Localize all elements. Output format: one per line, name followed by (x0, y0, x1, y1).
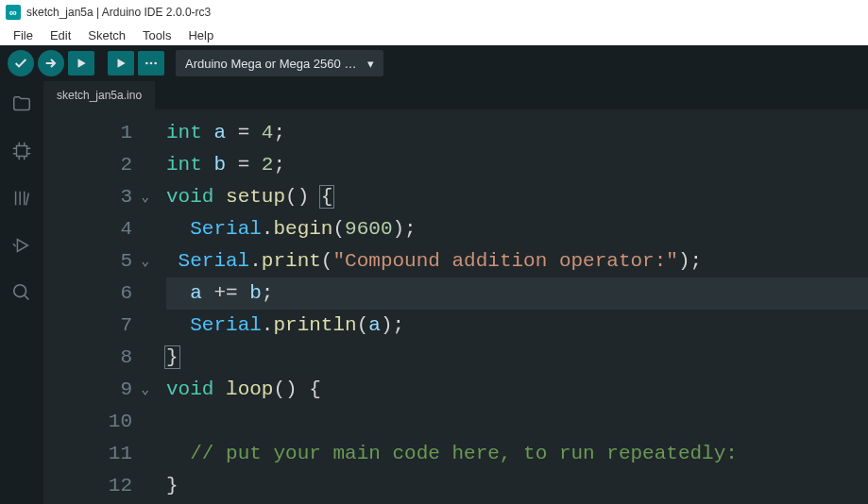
upload-button[interactable] (38, 50, 64, 76)
code-line[interactable]: Serial.println(a); (166, 310, 868, 342)
svg-line-21 (25, 295, 29, 300)
line-number: 7 (43, 310, 149, 342)
svg-marker-2 (118, 59, 126, 67)
play-icon (75, 57, 88, 70)
svg-point-4 (150, 62, 153, 65)
svg-point-3 (145, 62, 148, 65)
line-number: 6 (43, 277, 149, 310)
folder-icon (11, 93, 32, 114)
menubar: File Edit Sketch Tools Help (0, 25, 868, 45)
menu-file[interactable]: File (6, 26, 41, 44)
search-icon (11, 282, 32, 303)
arrow-right-icon (43, 56, 59, 71)
code-content[interactable]: int a = 4;int b = 2;void setup() { Seria… (166, 117, 868, 504)
code-line[interactable]: Serial.print("Compound addition operator… (166, 245, 868, 277)
board-selector[interactable]: Arduino Mega or Mega 2560 … ▾ (176, 50, 383, 76)
sidebar-debug[interactable] (0, 230, 43, 260)
code-line[interactable]: void loop() { (166, 374, 868, 406)
check-icon (13, 56, 28, 71)
window-title: sketch_jan5a | Arduino IDE 2.0.0-rc3 (26, 6, 211, 19)
code-line[interactable]: } (166, 470, 868, 502)
svg-line-18 (26, 193, 29, 206)
line-number: 12 (43, 470, 149, 502)
line-number: 5⌄ (43, 245, 149, 277)
code-line[interactable]: } (166, 342, 868, 374)
line-number: 2 (43, 149, 149, 181)
tab-label: sketch_jan5a.ino (57, 89, 142, 102)
line-number: 8 (43, 342, 149, 374)
line-number: 1 (43, 117, 149, 149)
code-line[interactable] (166, 406, 868, 438)
sidebar-search[interactable] (0, 277, 43, 308)
menu-edit[interactable]: Edit (43, 26, 78, 44)
code-line[interactable]: a += b; (166, 277, 868, 310)
tab-sketch[interactable]: sketch_jan5a.ino (43, 81, 155, 109)
editor-panel: sketch_jan5a.ino 123⌄45⌄6789⌄101112 int … (43, 81, 868, 504)
debug-icon (11, 235, 32, 256)
main-area: sketch_jan5a.ino 123⌄45⌄6789⌄101112 int … (0, 81, 868, 504)
board-selector-label: Arduino Mega or Mega 2560 … (185, 57, 356, 71)
menu-sketch[interactable]: Sketch (80, 26, 133, 44)
books-icon (11, 188, 32, 209)
arduino-app-icon: ∞ (6, 5, 21, 20)
fold-marker-icon[interactable]: ⌄ (136, 245, 149, 277)
sidebar-sketchbook[interactable] (0, 89, 43, 119)
line-gutter: 123⌄45⌄6789⌄101112 (43, 117, 166, 504)
toolbar: Arduino Mega or Mega 2560 … ▾ (0, 45, 868, 81)
bug-play-icon (114, 57, 128, 70)
svg-marker-19 (17, 240, 27, 252)
chevron-down-icon: ▾ (367, 57, 374, 71)
menu-tools[interactable]: Tools (135, 26, 179, 44)
sidebar-boards-manager[interactable] (0, 136, 43, 166)
menu-help[interactable]: Help (180, 26, 221, 44)
chip-icon (11, 141, 32, 161)
fold-marker-icon[interactable]: ⌄ (136, 374, 149, 406)
line-number: 9⌄ (43, 374, 149, 406)
code-editor[interactable]: 123⌄45⌄6789⌄101112 int a = 4;int b = 2;v… (43, 109, 868, 504)
activity-bar (0, 81, 43, 504)
line-number: 10 (43, 406, 149, 438)
editor-tabs: sketch_jan5a.ino (43, 81, 868, 109)
serial-plotter-button[interactable] (138, 51, 164, 76)
line-number: 4 (43, 213, 149, 245)
line-number: 3⌄ (43, 181, 149, 213)
code-line[interactable]: void setup() { (166, 181, 868, 213)
verify-button[interactable] (8, 50, 34, 76)
code-line[interactable]: // put your main code here, to run repea… (166, 438, 868, 470)
code-line[interactable]: int b = 2; (166, 149, 868, 181)
code-line[interactable]: int a = 4; (166, 117, 868, 149)
sidebar-library-manager[interactable] (0, 183, 43, 213)
svg-marker-1 (78, 59, 86, 67)
line-number: 11 (43, 438, 149, 470)
debugger-button[interactable] (108, 51, 134, 76)
ellipsis-icon (144, 56, 159, 71)
titlebar: ∞ sketch_jan5a | Arduino IDE 2.0.0-rc3 (0, 0, 868, 25)
code-line[interactable]: Serial.begin(9600); (166, 213, 868, 245)
debug-button[interactable] (68, 51, 94, 76)
svg-rect-6 (17, 146, 27, 157)
fold-marker-icon[interactable]: ⌄ (136, 181, 149, 213)
svg-point-20 (14, 285, 26, 297)
svg-point-5 (154, 62, 157, 65)
